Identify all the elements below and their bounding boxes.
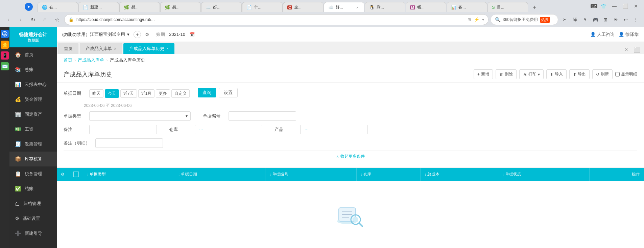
back-button[interactable]: ‹ — [3, 15, 14, 25]
page-tab-history-close[interactable]: × — [166, 46, 169, 51]
date-btn-more[interactable]: 更多 — [156, 89, 170, 98]
tab-11[interactable]: 📊 各... — [447, 2, 487, 12]
tab-5[interactable]: ☁️ 好... — [201, 2, 242, 12]
app-icon-social[interactable]: 📱 — [1, 51, 9, 60]
home-button[interactable]: ⌂ — [40, 15, 50, 25]
col-warehouse[interactable]: ↕ 仓库 — [356, 168, 421, 181]
col-date[interactable]: ↕ 单据日期 — [174, 168, 265, 181]
menu-icon[interactable]: ⋮ — [631, 15, 641, 24]
maximize-btn[interactable]: ⬜ — [620, 1, 630, 11]
col-type[interactable]: ↕ 单据类型 — [83, 168, 174, 181]
collapse-btn[interactable]: ∧ 收起更多条件 — [64, 151, 637, 162]
gear-settings-icon[interactable]: ⚙ — [61, 172, 65, 177]
undo-icon[interactable]: ↩ — [621, 15, 630, 24]
user-avatar[interactable]: 👤 徐泽华 — [619, 31, 639, 38]
extensions-icon[interactable]: ⊞ — [468, 17, 471, 22]
add-record-btn[interactable]: + 新增 — [474, 69, 493, 79]
col-check[interactable] — [69, 168, 83, 181]
date-btn-today[interactable]: 今天 — [105, 89, 119, 98]
delete-record-btn[interactable]: 🗑 删除 — [496, 69, 517, 79]
nav-item-settings[interactable]: ⚙ 基础设置 — [9, 211, 57, 226]
tab-12[interactable]: S 目... — [487, 2, 528, 12]
nav-item-reports[interactable]: 📊 云报表中心 — [9, 77, 57, 92]
tab-3[interactable]: 🌿 易... — [119, 2, 160, 12]
page-tab-list-close[interactable]: × — [114, 46, 116, 51]
refresh-button[interactable]: ↻ — [28, 15, 38, 25]
note-input[interactable] — [89, 125, 157, 134]
show-detail-checkbox[interactable]: 显示明细 — [615, 71, 637, 77]
tab-8[interactable]: ☁️ 好... × — [324, 2, 364, 12]
add-button[interactable]: + — [134, 31, 141, 38]
nav-item-archive[interactable]: 🗂 归档管理 — [9, 196, 57, 211]
app-icon-star[interactable]: ⭐ — [1, 41, 9, 49]
export-btn[interactable]: ⬆ 导出 — [569, 69, 590, 79]
breadcrumb-list[interactable]: 产成品入库单 — [78, 57, 104, 63]
tab-6[interactable]: 📄 个... — [242, 2, 283, 12]
tab-7[interactable]: C 企... — [283, 2, 324, 12]
type-select[interactable]: ▾ — [89, 111, 191, 121]
note-detail-input[interactable] — [95, 138, 163, 148]
number-input[interactable] — [229, 111, 296, 121]
query-button[interactable]: 查询 — [198, 88, 216, 97]
bookmark-button[interactable]: ☆ — [52, 15, 62, 25]
translate-icon[interactable]: 译 — [570, 15, 580, 24]
close-btn[interactable]: ✕ — [631, 1, 641, 11]
forward-button[interactable]: › — [16, 15, 26, 25]
wallet-icon[interactable]: ¥ — [580, 15, 590, 24]
theme-icon[interactable]: ☀ — [611, 15, 620, 24]
nav-item-home[interactable]: 🏠 首页 — [9, 47, 57, 62]
game-icon[interactable]: 🎮 — [591, 15, 600, 24]
page-tab-history[interactable]: 产成品入库单历史 × — [123, 43, 174, 54]
warehouse-select[interactable]: ··· — [195, 125, 262, 134]
tab-8-close[interactable]: × — [355, 5, 360, 10]
page-tab-list[interactable]: 产成品入库单 × — [80, 43, 122, 54]
calendar-icon[interactable]: 📅 — [189, 32, 195, 37]
minimize-btn[interactable]: — — [610, 1, 619, 11]
nav-item-guide[interactable]: ➕ 新建引导 — [9, 226, 57, 241]
col-status[interactable]: ↕ 单据状态 — [498, 168, 589, 181]
nav-item-salary[interactable]: 💵 工资 — [9, 122, 57, 137]
settings-button-topbar[interactable]: ⚙ — [145, 32, 149, 37]
new-tab-button[interactable]: + — [530, 3, 539, 12]
address-input[interactable]: 🔒 https://cloud.chanjet.com/accounting/u… — [64, 14, 488, 25]
nav-item-invoice[interactable]: 🧾 发票管理 — [9, 137, 57, 152]
nav-item-tax[interactable]: 📋 税务管理 — [9, 166, 57, 181]
shirt-icon[interactable]: 👕 — [599, 1, 608, 11]
import-btn[interactable]: ⬇ 导入 — [546, 69, 567, 79]
select-all-checkbox[interactable] — [73, 172, 79, 177]
tab-4[interactable]: 🌿 易... — [160, 2, 201, 12]
breadcrumb-home[interactable]: 首页 — [64, 57, 72, 63]
col-cost[interactable]: ↕ 总成本 — [421, 168, 498, 181]
app-icon-mail[interactable]: ✉️ — [1, 62, 9, 70]
date-btn-1month[interactable]: 近1月 — [138, 89, 155, 98]
refresh-btn[interactable]: ↺ 刷新 — [592, 69, 613, 79]
grid-icon[interactable]: ⊞ — [601, 15, 610, 24]
scissors-icon[interactable]: ✂ — [560, 15, 570, 24]
help-button[interactable]: 👤 人工咨询 — [590, 31, 615, 38]
setting-filter-btn[interactable]: 设置 — [219, 88, 238, 97]
company-select[interactable]: (勿删勿禁用）江西服宝测试专用 ▾ — [62, 31, 129, 38]
nav-item-ledger[interactable]: 📚 总账 — [9, 62, 57, 77]
app-icon-browser[interactable] — [1, 30, 9, 38]
tab-2[interactable]: 📄 新建... — [78, 2, 119, 12]
nav-item-checkout[interactable]: ✅ 结账 — [9, 181, 57, 196]
date-btn-yesterday[interactable]: 昨天 — [89, 89, 103, 98]
date-btn-7days[interactable]: 近7天 — [120, 89, 137, 98]
tab-10[interactable]: M 畅... — [406, 2, 446, 12]
panel-close-btn[interactable]: × — [622, 46, 630, 54]
detail-checkbox-input[interactable] — [615, 72, 620, 76]
col-number[interactable]: ↕ 单据编号 — [265, 168, 356, 181]
col-gear[interactable]: ⚙ — [57, 168, 69, 181]
dropdown-arrow[interactable]: ▾ — [482, 17, 484, 22]
nav-item-inventory[interactable]: 📦 库存核算 — [9, 152, 57, 166]
tab-1[interactable]: 🌐 在... — [38, 2, 78, 12]
panel-expand-btn[interactable]: ⬜ — [633, 46, 641, 54]
print-btn[interactable]: 🖨 打印 ▾ — [519, 69, 544, 79]
date-btn-custom[interactable]: 自定义 — [171, 89, 190, 98]
page-tab-home[interactable]: 首页 — [58, 43, 78, 54]
nav-item-funds[interactable]: 💰 资金管理 — [9, 92, 57, 107]
tab-9[interactable]: 🐧 腾... — [365, 2, 405, 12]
nav-item-assets[interactable]: 🏢 固定资产 — [9, 107, 57, 122]
product-select[interactable]: ··· — [300, 125, 368, 134]
lightning-icon[interactable]: ⚡ — [474, 17, 479, 22]
